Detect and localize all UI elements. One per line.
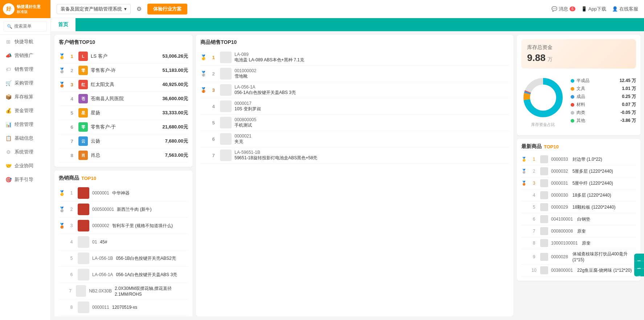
rank-number: 2 [531, 169, 537, 174]
rank-medal: 🥈 [200, 71, 207, 77]
sidebar-item-operation[interactable]: 📊 经营管理 [0, 118, 50, 131]
product-name: 5厘中纤 (1220*2440) [572, 180, 636, 186]
inventory-summary: 库存总资金 9.88 万 [521, 39, 636, 69]
tab-bar: 首页 [51, 18, 644, 31]
customer-name: LS 客户 [91, 53, 159, 60]
product-ranking-list: 🥇 1 LA-089 电池盖 LA-089 ABS本色+黑种 7.1克 🥈 2 … [200, 49, 509, 164]
message-button[interactable]: 💬 消息 6 [551, 6, 575, 12]
customer-value: 40,925.00元 [162, 81, 188, 88]
hot-product-row: 5 LA-056-1B 056-1B白色按键开关壳ABS2壳 [59, 250, 188, 267]
legend-name: 其他 [576, 118, 618, 124]
customer-avatar: 云 [78, 136, 88, 146]
operation-icon: 📊 [5, 121, 12, 128]
search-menu-button[interactable]: 🔍 搜索菜单 [4, 21, 47, 32]
latest-product-row: 5 0000029 18颗粒板 (1220*2440) [521, 201, 636, 213]
customer-rank-row: 8 肖 肖总 7,563.00元 [59, 148, 188, 163]
product-image [540, 191, 548, 199]
customer-name: 云扬 [91, 138, 162, 144]
latest-product-row: 🥇 1 0000033 封边带 (1.0*22) [521, 153, 636, 165]
customer-avatar: 零 [78, 66, 88, 75]
hot-product-row: 6 LA-056-1A 056-1A白色按键开关盖ABS 3壳 [59, 267, 188, 283]
customer-rank-row: 🥈 2 零 零售客户-许 51,183.00元 [59, 63, 188, 78]
float-customer-service[interactable]: 客服热线 [634, 254, 644, 261]
rank-number: 5 [68, 110, 76, 116]
tab-home[interactable]: 首页 [51, 18, 76, 31]
sidebar-item-guide[interactable]: 🎯 新手引导 [0, 173, 50, 186]
logo-icon: 好 [3, 3, 15, 15]
legend-name: 成品 [576, 94, 620, 100]
sidebar-item-sales[interactable]: 🏷 销售管理 [0, 62, 50, 76]
settings-button[interactable]: ⚙ [135, 4, 143, 14]
product-name: 原奎 [582, 240, 636, 246]
product-name: 夹克 [235, 139, 509, 145]
finance-icon: 💰 [5, 107, 12, 114]
sidebar-item-basic[interactable]: 📋 基础信息 [0, 131, 50, 145]
product-image [76, 285, 86, 297]
customer-ranking-card: 客户销售TOP10 🥇 1 L LS 客户 53,006.26元 🥈 2 零 零… [54, 35, 192, 167]
customer-avatar: 红 [78, 80, 88, 89]
product-name: 18颗粒板 (1220*2440) [572, 204, 636, 210]
rank-number: 9 [531, 254, 537, 259]
rank-number: 4 [210, 104, 217, 109]
rank-number: 6 [68, 272, 75, 277]
sidebar-item-system[interactable]: ⚙ 系统管理 [0, 145, 50, 159]
product-name: 新西兰牛肉 (新牛) [117, 206, 151, 213]
product-image [220, 117, 232, 128]
rank-medal: 🥇 [200, 54, 207, 60]
mid-panel: 商品销售TOP10 🥇 1 LA-089 电池盖 LA-089 ABS本色+黑种… [196, 35, 513, 316]
rank-number: 2 [68, 207, 75, 212]
customer-ranking-title: 客户销售TOP10 [59, 39, 188, 46]
product-code: 000800008 [551, 229, 573, 234]
rank-number: 1 [531, 157, 537, 162]
product-image [78, 269, 89, 280]
product-code: 003800001 [551, 268, 573, 273]
rank-number: 5 [68, 256, 75, 261]
marketing-icon: 📣 [5, 52, 12, 59]
latest-product-row: 🥉 3 0000031 5厘中纤 (1220*2440) [521, 177, 636, 189]
legend-value: -3.86 万 [620, 118, 636, 124]
rank-number: 3 [68, 223, 75, 228]
app-download-button[interactable]: 📱 App下载 [581, 6, 606, 12]
float-community[interactable]: 服务社区 [634, 261, 644, 269]
sidebar-item-quick-nav[interactable]: ⊞ 快捷导航 [0, 35, 50, 49]
product-rank-row: 🥈 2 001000002 雪地靴 [200, 66, 509, 82]
product-code: 001000002 [235, 68, 509, 73]
legend-value: 12.45 万 [620, 78, 636, 84]
sales-icon: 🏷 [5, 66, 12, 73]
product-image [220, 84, 232, 96]
hot-product-row: 8 0000011 12070519-xs [59, 299, 188, 316]
product-code: 0000028 [551, 254, 568, 259]
product-code: 0000017 [235, 101, 509, 106]
product-image [78, 253, 89, 264]
latest-product-row: 10 003800001 22g鱼豆腐-烧烤味 (1*12*20) [521, 264, 636, 276]
service-icon: 👤 [612, 6, 618, 12]
home-icon: ⊞ [5, 38, 12, 45]
customer-rank-row: 🥉 3 红 红太阳文具 40,925.00元 [59, 78, 188, 92]
left-panel: 客户销售TOP10 🥇 1 L LS 客户 53,006.26元 🥈 2 零 零… [54, 35, 192, 316]
sidebar-item-inventory[interactable]: 📦 库存核算 [0, 90, 50, 104]
system-selector[interactable]: 装备及固定资产辅助管理系统 ▾ [57, 4, 131, 14]
customer-rank-row: 5 星 星扬 33,333.00元 [59, 106, 188, 120]
product-name: 封边带 (1.0*22) [572, 156, 636, 163]
product-rank-row: 5 000800005 手机测试 [200, 115, 509, 131]
app-logo: 好 畅捷通好生意 标准版 [0, 0, 50, 18]
product-name: 原奎 [577, 228, 636, 234]
product-image [220, 52, 232, 63]
sidebar-item-finance[interactable]: 💰 资金管理 [0, 104, 50, 118]
sidebar-item-purchase[interactable]: 🛒 采购管理 [0, 76, 50, 90]
rank-number: 3 [68, 82, 76, 87]
product-code: 0000033 [551, 157, 568, 162]
product-code: 01 [92, 239, 97, 245]
product-image [540, 239, 548, 247]
legend-value: 1.01 万 [622, 86, 636, 92]
float-live[interactable]: 直播 [634, 269, 644, 276]
trial-button[interactable]: 体验行业方案 [147, 4, 187, 15]
sidebar-item-enterprise[interactable]: 🤝 企业协同 [0, 159, 50, 173]
product-rank-row: 6 0000021 夹克 [200, 131, 509, 147]
sidebar-item-marketing[interactable]: 📣 营销推广 [0, 49, 50, 62]
product-ranking-card: 商品销售TOP10 🥇 1 LA-089 电池盖 LA-089 ABS本色+黑种… [196, 35, 513, 316]
rank-number: 1 [68, 54, 76, 59]
product-code: 0000002 [92, 223, 109, 228]
product-code: 0000001 [92, 190, 109, 196]
online-service-button[interactable]: 👤 在线客服 [612, 6, 638, 12]
